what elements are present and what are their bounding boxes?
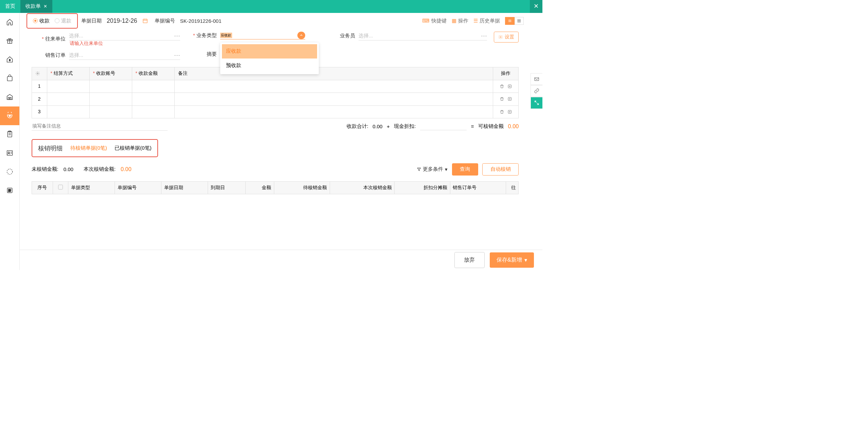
grid-wrap: *结算方式 *收款账号 *收款金额 备注 操作 1 2 — [20, 67, 531, 118]
svg-text:新: 新 — [8, 189, 11, 193]
unverified-value: 0.00 — [64, 166, 73, 172]
biztype-value[interactable]: 应收款 — [220, 33, 232, 38]
sidebar-gift-icon[interactable] — [0, 32, 19, 50]
dropdown-option-receivable[interactable]: 应收款 — [222, 44, 317, 59]
svg-rect-24 — [518, 19, 519, 21]
sidebar-finance-icon[interactable]: ¥ — [0, 106, 19, 125]
link-label: 历史单据 — [480, 18, 500, 24]
trash-icon[interactable] — [500, 84, 504, 89]
partner-input[interactable] — [69, 32, 174, 40]
svg-rect-4 — [8, 98, 10, 100]
col-header: 结算方式 — [54, 71, 73, 76]
dropdown-option-advance[interactable]: 预收款 — [222, 59, 317, 73]
col-header: 销售订单号 — [450, 182, 506, 194]
verify-section: 核销明细 待核销单据(0笔) 已核销单据(0笔) 未核销金额: 0.00 本次核… — [32, 139, 519, 194]
verify-tab-pending[interactable]: 待核销单据(0笔) — [70, 145, 107, 151]
verifiable-label: 可核销金额 — [478, 123, 504, 130]
tab-receipt[interactable]: 收款单 ✕ — [20, 0, 52, 13]
verify-tab-done[interactable]: 已核销单据(0笔) — [115, 145, 151, 151]
discount-input[interactable] — [420, 122, 467, 130]
col-header: 到期日 — [208, 182, 245, 194]
svg-rect-16 — [535, 78, 539, 81]
col-checkbox[interactable] — [53, 182, 68, 194]
history-button[interactable]: ☰ 历史单据 — [473, 18, 500, 24]
view-card-icon[interactable] — [515, 17, 524, 25]
sidebar-bag-icon[interactable] — [0, 69, 19, 88]
window-close-button[interactable]: ✕ — [530, 0, 543, 13]
view-list-icon[interactable] — [505, 17, 515, 25]
operate-button[interactable]: ▦ 操作 — [452, 18, 468, 24]
btn-label: 保存&新增 — [497, 256, 522, 264]
sidebar-home-icon[interactable] — [0, 13, 19, 32]
table-row[interactable]: 2 — [32, 93, 519, 106]
right-sidebar — [531, 73, 542, 109]
checkbox-icon[interactable] — [58, 185, 63, 189]
ellipsis-icon[interactable]: ⋯ — [174, 32, 180, 39]
tab-home[interactable]: 首页 — [0, 0, 20, 13]
settings-button[interactable]: 设置 — [494, 32, 519, 43]
more-filter-button[interactable]: 更多条件 ▾ — [417, 166, 448, 172]
docno-value: SK-20191226-001 — [180, 18, 222, 24]
chevron-down-icon: ▾ — [445, 166, 448, 172]
biztype-label: 业务类型 — [196, 32, 217, 38]
trash-icon[interactable] — [500, 110, 504, 114]
chevron-down-icon[interactable]: ▾ — [524, 257, 527, 263]
sidebar-new-icon[interactable]: 新 — [0, 181, 19, 200]
ellipsis-icon[interactable]: ⋯ — [174, 52, 180, 59]
calendar-icon[interactable] — [142, 18, 148, 23]
main-content: 收款 退款 单据日期 2019-12-26 单据编号 SK-20191226-0… — [20, 13, 531, 270]
trash-icon[interactable] — [500, 97, 504, 101]
receipt-type-radio-group: 收款 退款 — [27, 13, 78, 29]
plus-icon[interactable] — [507, 97, 512, 101]
list-icon: ☰ — [473, 18, 478, 24]
sidebar: $ ¥ 新 — [0, 13, 20, 270]
sidebar-clipboard-icon[interactable] — [0, 125, 19, 144]
table-row[interactable]: 3 — [32, 105, 519, 118]
plus-icon[interactable] — [507, 110, 512, 114]
radio-refund[interactable]: 退款 — [55, 18, 71, 24]
plus-icon[interactable] — [507, 84, 512, 89]
radio-checked-icon — [33, 18, 38, 23]
svg-point-12 — [8, 152, 9, 153]
shortcut-button[interactable]: ⌨ 快捷键 — [422, 18, 447, 24]
discard-button[interactable]: 放弃 — [454, 252, 485, 268]
sidebar-sync-icon[interactable] — [0, 163, 19, 181]
svg-rect-5 — [10, 98, 11, 100]
salesorder-label: 销售订单 — [32, 52, 66, 59]
row-num: 1 — [32, 80, 47, 93]
salesperson-input[interactable] — [359, 32, 481, 40]
radio-unchecked-icon — [55, 18, 59, 23]
filter-icon — [417, 167, 421, 172]
query-button[interactable]: 查询 — [452, 163, 478, 176]
btn-label: 设置 — [505, 34, 514, 40]
gear-icon[interactable] — [32, 67, 47, 80]
ellipsis-icon[interactable]: ⋯ — [481, 32, 487, 39]
svg-point-13 — [7, 169, 12, 175]
date-value[interactable]: 2019-12-26 — [107, 17, 137, 24]
auto-verify-button[interactable]: 自动核销 — [482, 163, 519, 176]
radio-receipt[interactable]: 收款 — [33, 18, 50, 24]
chevron-up-icon[interactable] — [297, 32, 305, 39]
link-icon[interactable] — [531, 85, 542, 97]
thisverify-value: 0.00 — [121, 166, 132, 172]
save-new-button[interactable]: 保存&新增 ▾ — [490, 252, 534, 268]
sidebar-money-house-icon[interactable]: $ — [0, 50, 19, 69]
sidebar-warehouse-icon[interactable] — [0, 88, 19, 106]
sidebar-contacts-icon[interactable] — [0, 144, 19, 163]
gear-icon — [498, 35, 503, 39]
unverified-label: 未核销金额: — [32, 166, 58, 172]
salesorder-input[interactable] — [69, 51, 174, 60]
total-label: 收款合计: — [347, 123, 368, 130]
col-header: 金额 — [245, 182, 274, 194]
notes-input[interactable] — [32, 122, 168, 131]
col-header: 操作 — [493, 67, 519, 80]
expand-icon[interactable] — [531, 97, 542, 109]
summary-label: 摘要 — [187, 51, 217, 57]
table-row[interactable]: 1 — [32, 80, 519, 93]
svg-point-29 — [37, 73, 38, 74]
col-header: 待核销金额 — [274, 182, 330, 194]
summary-row: 收款合计: 0.00 + 现金折扣: = 可核销金额 0.00 — [20, 118, 531, 134]
svg-rect-27 — [519, 21, 521, 22]
close-icon[interactable]: ✕ — [44, 4, 47, 9]
mail-icon[interactable] — [531, 73, 542, 85]
